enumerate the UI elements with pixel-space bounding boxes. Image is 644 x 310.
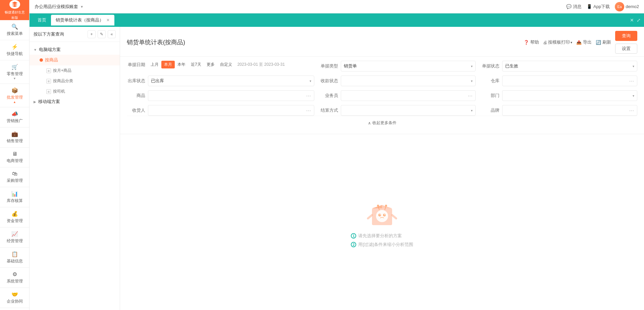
message-icon: 💬 (566, 4, 572, 9)
edit-scheme-btn[interactable]: ✎ (98, 30, 106, 38)
date-tab-lastmonth[interactable]: 上月 (148, 61, 161, 68)
sidebar-item-ecommerce[interactable]: 🖥 电商管理 (0, 148, 29, 167)
main-area: 办公用品行业模拟账套 ▾ 💬 消息 📱 App下载 Ea demo2 首页 (30, 0, 644, 310)
user-name: demo2 (626, 4, 639, 9)
sidebar-item-sales[interactable]: 💼 销售管理 (0, 127, 29, 148)
svg-point-4 (380, 214, 381, 215)
settings-btn[interactable]: 设置 (615, 44, 637, 54)
tree-subitem-by-driver[interactable]: ≡ 按司机 (30, 86, 120, 97)
sidebar-item-marketing[interactable]: 📣 营销推广 (0, 107, 29, 127)
sidebar-item-purchase[interactable]: 🛍 采购管理 (0, 167, 29, 187)
empty-hint-2-text: 用[过滤]条件来缩小分析范围 (358, 242, 413, 248)
date-range-display: 2023-03-01 至 2023-03-31 (237, 62, 285, 67)
sidebar-item-system[interactable]: ⚙ 系统管理 (0, 268, 29, 288)
content-wrapper: 按以下方案查询 + ✎ « ▼ 电脑端方案 (30, 27, 644, 310)
tree-subitem-by-month-goods-label: 按月+商品 (53, 68, 71, 73)
dept-control[interactable]: ▾ (502, 90, 637, 101)
ecommerce-icon: 🖥 (12, 151, 17, 157)
pay-dropdown-icon: ▾ (471, 79, 473, 83)
sidebar-item-inventory[interactable]: 📊 库存核算 (0, 187, 29, 207)
pay-control[interactable]: ▾ (341, 75, 476, 86)
collapse-btn[interactable]: ∧ 收起更多条件 (364, 119, 400, 127)
sidebar-basic-label: 基础信息 (7, 258, 23, 264)
refresh-btn[interactable]: 🔄 刷新 (596, 39, 611, 45)
filter-payment-group: 结算方式 ▾ (320, 105, 476, 116)
sidebar-item-quicknav[interactable]: ⚡ 快捷导航 (0, 40, 29, 60)
tree-group-pc[interactable]: ▼ 电脑端方案 (30, 45, 120, 55)
sidebar-item-wholesale[interactable]: 📦 批发管理 ▲ (0, 84, 29, 107)
help-btn[interactable]: ❓ 帮助 (524, 39, 539, 45)
tree-subitem-by-month-goods[interactable]: ≡ 按月+商品 (30, 65, 120, 76)
brand-dots-icon[interactable]: ··· (629, 108, 634, 113)
tree-item-by-goods[interactable]: 按商品 (30, 55, 120, 65)
receiver-control[interactable]: ··· (148, 105, 314, 116)
user-avatar-text: Ea (618, 5, 622, 9)
tree-subitem-by-category[interactable]: ≡ 按商品分类 (30, 76, 120, 86)
warehouse-status-control[interactable]: 已出库 ▾ (148, 75, 314, 86)
tab-sales-stats-label: 销货单统计表（按商品） (56, 17, 104, 23)
date-tab-7days[interactable]: 近7天 (188, 61, 204, 68)
sidebar-item-retail[interactable]: 🛒 零售管理 ▼ (0, 60, 29, 84)
date-tab-thisyear[interactable]: 本年 (175, 61, 188, 68)
left-panel-header: 按以下方案查询 + ✎ « (30, 27, 120, 42)
hint-number-2: 2 (351, 242, 356, 247)
window-close-icon[interactable]: ✕ (630, 17, 634, 23)
sidebar-operations-label: 经营管理 (7, 238, 23, 244)
retail-arrow-icon: ▼ (13, 77, 16, 80)
payment-control[interactable]: ▾ (341, 105, 476, 116)
topbar: 办公用品行业模拟账套 ▾ 💬 消息 📱 App下载 Ea demo2 (30, 0, 644, 13)
staff-label: 业务员 (320, 93, 338, 99)
staff-dots-icon[interactable]: ··· (468, 93, 473, 98)
topbar-dropdown-icon[interactable]: ▾ (81, 4, 83, 9)
filter-staff-group: 业务员 ··· (320, 90, 476, 101)
type-filter-control[interactable]: 销货单 ▾ (341, 61, 476, 71)
phone-icon: 📱 (587, 4, 592, 9)
sidebar: 畅捷通好生意 标版 🔍 搜索菜单 ⚡ 快捷导航 🛒 零售管理 ▼ 📦 批发管理 … (0, 0, 30, 310)
filter-row-3: 商品 ··· 业务员 ··· 部门 (127, 90, 637, 101)
export-btn[interactable]: 📤 导出 (576, 39, 592, 45)
date-tab-thismonth[interactable]: 本月 (161, 61, 175, 68)
tree-group-mobile[interactable]: ▶ 移动端方案 (30, 97, 120, 107)
tree-subitem-by-category-label: 按商品分类 (53, 78, 73, 84)
warehouse-status-value: 已出库 (151, 78, 164, 84)
brand-label: 品牌 (481, 107, 499, 113)
empty-hints: 1 请先选择要分析的方案 2 用[过滤]条件来缩小分析范围 (351, 233, 413, 248)
goods-control[interactable]: ··· (148, 90, 314, 101)
date-tab-more[interactable]: 更多 (204, 61, 217, 68)
add-scheme-btn[interactable]: + (88, 30, 96, 38)
filter-receiver-group: 收货人 ··· (127, 105, 314, 116)
search-icon: 🔍 (11, 23, 18, 30)
sidebar-item-operations[interactable]: 📈 经营管理 (0, 227, 29, 248)
storage-dots-icon[interactable]: ··· (629, 78, 634, 84)
purchase-icon: 🛍 (12, 171, 17, 177)
app-download-btn[interactable]: 📱 App下载 (587, 4, 610, 10)
brand-control[interactable]: ··· (502, 105, 637, 116)
tab-close-icon[interactable]: ✕ (106, 18, 110, 22)
collapse-panel-btn[interactable]: « (108, 30, 116, 38)
sidebar-item-finance[interactable]: 💰 资金管理 (0, 207, 29, 227)
window-maximize-icon[interactable]: ⤢ (637, 17, 641, 23)
message-btn[interactable]: 💬 消息 (566, 4, 582, 10)
user-menu[interactable]: Ea demo2 (615, 2, 639, 11)
refresh-label: 刷新 (602, 39, 611, 45)
sidebar-item-basic[interactable]: 📋 基础信息 (0, 248, 29, 268)
status-dropdown-icon: ▾ (633, 64, 634, 68)
sidebar-item-search[interactable]: 🔍 搜索菜单 (0, 20, 29, 40)
query-btn[interactable]: 查询 (615, 31, 637, 41)
hint-number-1: 1 (351, 233, 356, 239)
system-icon: ⚙ (12, 271, 17, 277)
status-filter-control[interactable]: 已生效 ▾ (502, 61, 637, 71)
empty-illustration (365, 197, 399, 230)
sidebar-item-guide[interactable]: 🎯 新手引导 (0, 308, 29, 310)
print-btn[interactable]: 🖨 按模板打印 ▾ (543, 39, 572, 45)
staff-control[interactable]: ··· (341, 90, 476, 101)
tab-home[interactable]: 首页 (33, 15, 51, 25)
goods-dots-icon[interactable]: ··· (306, 93, 311, 98)
storage-control[interactable]: ··· (502, 75, 637, 86)
receiver-dots-icon[interactable]: ··· (306, 108, 311, 113)
date-tab-custom[interactable]: 自定义 (217, 61, 235, 68)
print-icon: 🖨 (543, 40, 547, 45)
svg-line-11 (392, 215, 396, 218)
sidebar-item-collab[interactable]: 🤝 企业协同 (0, 288, 29, 308)
tab-sales-stats[interactable]: 销货单统计表（按商品） ✕ (51, 15, 114, 25)
